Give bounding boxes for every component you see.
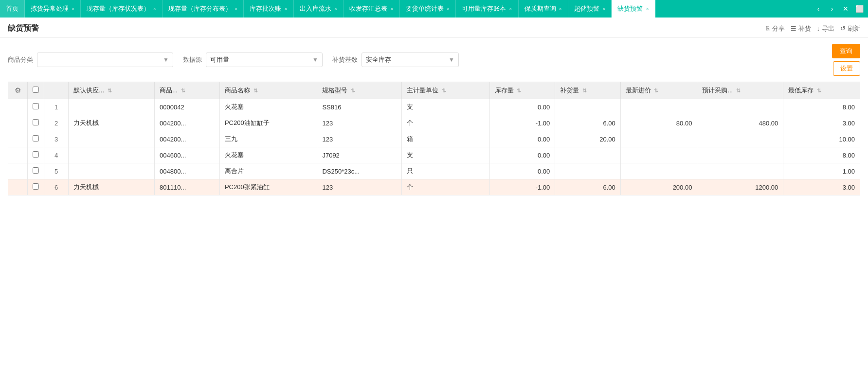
nav-controls: ‹ › ✕ ⬜: [812, 2, 868, 16]
nav-tab-8-label: 可用量库存账本: [462, 4, 506, 13]
row-est-purchase: 1200.00: [697, 179, 783, 195]
datasource-label: 数据源: [183, 55, 202, 64]
nav-tab-7-close[interactable]: ×: [447, 6, 450, 12]
header-actions: ⎘ 分享 ☰ 补货 ↓ 导出 ↺ 刷新: [766, 24, 861, 33]
row-supplier: [69, 163, 155, 179]
nav-tab-1-close[interactable]: ×: [72, 6, 74, 12]
category-select[interactable]: ▼: [37, 53, 173, 67]
table-body: 1 0000042 火花塞 SS816 支 0.00 8.00 2 力天机械 0…: [8, 99, 860, 195]
replenish-button[interactable]: ☰ 补货: [791, 24, 811, 33]
col-product-code[interactable]: 商品... ⇅: [155, 82, 220, 99]
row-latest-price: [620, 163, 697, 179]
row-settings-cell: [8, 115, 28, 131]
nav-tab-3[interactable]: 现存量（库存分布表） ×: [163, 0, 244, 18]
nav-tab-10[interactable]: 超储预警 ×: [568, 0, 612, 18]
replenish-label: 补货: [798, 24, 811, 33]
col-latest-price[interactable]: 最新进价 ⇅: [620, 82, 697, 99]
nav-tab-5[interactable]: 出入库流水 ×: [294, 0, 344, 18]
row-latest-price: [620, 99, 697, 115]
share-button[interactable]: ⎘ 分享: [766, 24, 785, 33]
row-num: 1: [44, 99, 69, 115]
replenish-base-arrow-icon: ▼: [449, 56, 454, 63]
col-checkbox: [28, 82, 44, 99]
col-min-stock[interactable]: 最低库存 ⇅: [783, 82, 860, 99]
col-spec[interactable]: 规格型号 ⇅: [317, 82, 402, 99]
row-product-code: 004600...: [155, 147, 220, 163]
row-spec: DS250*23c...: [317, 163, 402, 179]
query-button[interactable]: 查询: [832, 44, 860, 58]
nav-tab-1[interactable]: 拣货异常处理 ×: [25, 0, 81, 18]
nav-tab-2-close[interactable]: ×: [153, 6, 156, 12]
col-replenish[interactable]: 补货量 ⇅: [555, 82, 621, 99]
category-filter: 商品分类 ▼: [8, 53, 173, 67]
nav-tab-11-close[interactable]: ×: [646, 6, 649, 12]
row-checkbox-3[interactable]: [33, 151, 39, 158]
nav-tab-11[interactable]: 缺货预警 ×: [612, 0, 655, 18]
row-replenish: [555, 163, 621, 179]
row-min-stock: 8.00: [783, 99, 860, 115]
export-label: 导出: [822, 24, 834, 33]
row-checkbox-4[interactable]: [33, 167, 39, 174]
nav-tab-3-close[interactable]: ×: [235, 6, 237, 12]
row-checkbox-2[interactable]: [33, 135, 39, 141]
col-stock[interactable]: 库存量 ⇅: [489, 82, 555, 99]
nav-tab-8-close[interactable]: ×: [509, 6, 512, 12]
row-replenish: [555, 147, 621, 163]
nav-tab-9-label: 保质期查询: [524, 4, 556, 13]
datasource-select[interactable]: 可用量 ▼: [206, 53, 323, 67]
nav-prev-button[interactable]: ‹: [812, 2, 825, 16]
nav-tab-home[interactable]: 首页: [0, 0, 25, 18]
nav-maximize-button[interactable]: ⬜: [852, 2, 866, 16]
filter-area: 商品分类 ▼ 数据源 可用量 ▼ 补货基数 安全库存 ▼ 查询 设置: [0, 38, 868, 82]
row-supplier: [69, 99, 155, 115]
replenish-base-filter: 补货基数 安全库存 ▼: [332, 53, 459, 67]
row-product-code: 801110...: [155, 179, 220, 195]
row-spec: J7092: [317, 147, 402, 163]
nav-tab-9-close[interactable]: ×: [559, 6, 562, 12]
nav-tab-5-close[interactable]: ×: [334, 6, 337, 12]
col-num: [44, 82, 69, 99]
nav-tab-8[interactable]: 可用量库存账本 ×: [456, 0, 518, 18]
row-est-purchase: [697, 147, 783, 163]
nav-next-button[interactable]: ›: [825, 2, 839, 16]
nav-tab-4[interactable]: 库存批次账 ×: [244, 0, 293, 18]
export-button[interactable]: ↓ 导出: [817, 24, 835, 33]
row-stock: 0.00: [489, 163, 555, 179]
table-row: 1 0000042 火花塞 SS816 支 0.00 8.00: [8, 99, 860, 115]
sort-unit-icon: ⇅: [442, 88, 446, 93]
row-est-purchase: [697, 99, 783, 115]
row-settings-cell: [8, 99, 28, 115]
nav-tab-7[interactable]: 要货单统计表 ×: [400, 0, 456, 18]
col-unit[interactable]: 主计量单位 ⇅: [402, 82, 490, 99]
nav-tab-6-close[interactable]: ×: [390, 6, 393, 12]
table-row: 6 力天机械 801110... PC200张紧油缸 123 个 -1.00 6…: [8, 179, 860, 195]
col-supplier[interactable]: 默认供应... ⇅: [69, 82, 155, 99]
col-settings[interactable]: ⚙: [8, 82, 28, 99]
nav-tab-9[interactable]: 保质期查询 ×: [519, 0, 568, 18]
replenish-base-select[interactable]: 安全库存 ▼: [362, 53, 459, 67]
sort-replenish-icon: ⇅: [582, 88, 587, 93]
row-spec: 123: [317, 131, 402, 147]
refresh-button[interactable]: ↺ 刷新: [840, 24, 860, 33]
nav-tab-4-close[interactable]: ×: [284, 6, 287, 12]
row-checkbox-0[interactable]: [33, 103, 39, 109]
select-all-checkbox[interactable]: [33, 87, 39, 93]
table-row: 5 004800... 离合片 DS250*23c... 只 0.00 1.00: [8, 163, 860, 179]
row-checkbox-5[interactable]: [33, 183, 39, 190]
gear-icon[interactable]: ⚙: [15, 86, 21, 94]
datasource-filter: 数据源 可用量 ▼: [183, 53, 323, 67]
nav-tab-10-close[interactable]: ×: [602, 6, 605, 12]
col-est-purchase[interactable]: 预计采购... ⇅: [697, 82, 783, 99]
col-product-code-label: 商品...: [160, 87, 178, 94]
nav-tab-6[interactable]: 收发存汇总表 ×: [344, 0, 399, 18]
row-checkbox-1[interactable]: [33, 119, 39, 125]
export-icon: ↓: [817, 25, 820, 32]
settings-button[interactable]: 设置: [833, 61, 860, 76]
row-stock: 0.00: [489, 147, 555, 163]
row-est-purchase: 480.00: [697, 115, 783, 131]
nav-tab-2[interactable]: 现存量（库存状况表） ×: [81, 0, 162, 18]
nav-tab-4-label: 库存批次账: [250, 4, 281, 13]
row-product-name: 火花塞: [219, 99, 317, 115]
nav-close-button[interactable]: ✕: [839, 2, 852, 16]
col-product-name[interactable]: 商品名称 ⇅: [219, 82, 317, 99]
